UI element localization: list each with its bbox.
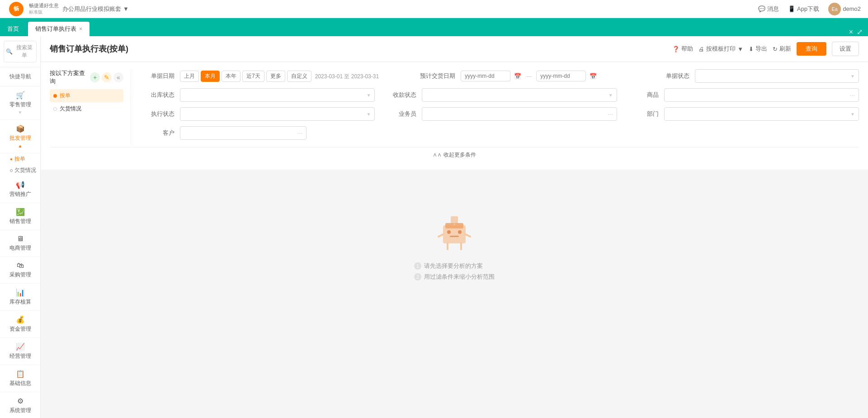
message-icon: 💬	[758, 5, 765, 12]
sidebar-item-inventory[interactable]: 📊 库存核算	[0, 284, 40, 311]
print-arrow-icon: ▼	[737, 46, 743, 52]
sub-credit[interactable]: 欠货情况	[0, 165, 40, 176]
tab-bar: 首页 销售订单执行表 × × ⤢	[0, 18, 868, 36]
export-icon: ⬇	[749, 46, 754, 52]
scheme-credit[interactable]: 欠货情况	[50, 102, 123, 115]
date-this-year[interactable]: 本年	[222, 71, 241, 82]
filter-row-3: 执行状态 ▼ 业务员 ··· 部门 ▼	[138, 107, 859, 121]
sidebar-item-wholesale[interactable]: 📦 批发管理 ▲	[0, 120, 40, 153]
help-button[interactable]: ❓ 帮助	[672, 45, 693, 53]
top-header: 畅 畅捷通好生意 标准版 办公用品行业模拟账套 ▼ 💬 消息 📱 App下载 E…	[0, 0, 868, 18]
user-profile[interactable]: Ea demo2	[828, 3, 861, 15]
collapse-up-icon: ∧∧	[433, 152, 442, 158]
collapse-bar[interactable]: ∧∧ 收起更多条件	[50, 147, 859, 162]
avatar: Ea	[828, 3, 841, 15]
order-dot: ●	[10, 157, 13, 162]
expected-date-label: 预计交货日期	[419, 72, 455, 80]
nav-selector[interactable]: 办公用品行业模拟账套 ▼	[62, 5, 129, 13]
tip-text-1: 请先选择要分析的方案	[424, 262, 483, 270]
sidebar-item-purchase[interactable]: 🛍 采购管理	[0, 257, 40, 284]
goods-select[interactable]: ···	[664, 88, 859, 102]
sidebar-search: 🔍 搜索菜单	[0, 36, 40, 67]
tab-active[interactable]: 销售订单执行表 ×	[28, 22, 90, 36]
refresh-icon: ↻	[773, 46, 778, 52]
customer-select[interactable]: ···	[180, 126, 307, 140]
svg-line-5	[439, 234, 443, 237]
nav-arrow-icon: ▼	[123, 5, 129, 12]
status-select[interactable]: ▼	[695, 69, 859, 83]
date-this-month[interactable]: 本月	[201, 71, 220, 82]
sidebar-item-wholesale-label: 批发管理	[9, 134, 31, 142]
customer-dots-icon[interactable]: ···	[297, 129, 302, 137]
ship-status-select[interactable]: ▼	[180, 88, 375, 102]
header-left: 畅 畅捷通好生意 标准版 办公用品行业模拟账套 ▼	[7, 0, 129, 18]
window-close-icon[interactable]: ×	[849, 28, 853, 36]
tab-close-icon[interactable]: ×	[79, 26, 82, 32]
tip-num-1: 1	[414, 262, 421, 270]
expected-date-from[interactable]	[461, 71, 510, 81]
search-menu-label: 搜索菜单	[14, 44, 34, 59]
dept-select[interactable]: ▼	[664, 107, 859, 121]
exec-status-select[interactable]: ▼	[180, 107, 375, 121]
sidebar-item-operation-label: 经营管理	[9, 352, 31, 360]
date-calendar-from-icon: 📅	[514, 73, 521, 80]
expected-date-control: 📅 — 📅	[461, 71, 648, 81]
quick-nav-button[interactable]: 快捷导航	[6, 71, 35, 82]
sidebar-item-sales[interactable]: 💹 销售管理	[0, 203, 40, 230]
sidebar-item-system[interactable]: ⚙ 系统管理	[0, 392, 40, 418]
refresh-button[interactable]: ↻ 刷新	[773, 45, 791, 53]
print-button[interactable]: 🖨 按模板打印 ▼	[698, 45, 743, 53]
sidebar-item-basic[interactable]: 📋 基础信息	[0, 365, 40, 392]
scheme-order-label: 按单	[60, 92, 71, 100]
sidebar-item-ecommerce-label: 电商管理	[9, 244, 31, 252]
scheme-order[interactable]: 按单	[50, 89, 123, 102]
message-button[interactable]: 💬 消息	[758, 5, 779, 13]
scheme-add-button[interactable]: +	[90, 72, 100, 82]
date-label: 单据日期	[138, 72, 175, 80]
main-area: 🔍 搜索菜单 快捷导航 🛒 零售管理 ▼ 📦 批发管理 ▲ ● 按单 欠货情况	[0, 36, 868, 418]
tab-home[interactable]: 首页	[0, 22, 26, 36]
purchase-icon: 🛍	[17, 261, 24, 270]
date-custom[interactable]: 自定义	[287, 71, 311, 82]
payment-status-select[interactable]: ▼	[422, 88, 617, 102]
message-label: 消息	[767, 5, 779, 13]
sidebar-item-marketing[interactable]: 📢 营销推广	[0, 176, 40, 203]
exec-status-arrow-icon: ▼	[366, 112, 371, 117]
ship-status-label: 出库状态	[138, 91, 175, 99]
sub-order[interactable]: ● 按单	[0, 153, 40, 165]
settings-button[interactable]: 设置	[832, 42, 859, 56]
operation-icon: 📈	[16, 342, 25, 351]
salesperson-dots-icon[interactable]: ···	[608, 110, 613, 118]
app-download-button[interactable]: 📱 App下载	[788, 5, 819, 13]
collapse-icon: «	[117, 74, 120, 81]
filter-controls: 单据日期 上月 本月 本年 近7天 更多 自定义 2023-	[138, 69, 859, 145]
empty-tips: 1 请先选择要分析的方案 2 用过滤条件来缩小分析范围	[414, 262, 495, 281]
scheme-title-text: 按以下方案查询	[50, 69, 90, 86]
expected-date-to[interactable]	[536, 71, 586, 81]
sidebar-item-sales-label: 销售管理	[9, 218, 31, 225]
goods-dots-icon[interactable]: ···	[849, 91, 855, 99]
salesperson-select[interactable]: ···	[422, 107, 617, 121]
sidebar-item-operation[interactable]: 📈 经营管理	[0, 338, 40, 365]
sidebar-item-ecommerce[interactable]: 🖥 电商管理	[0, 230, 40, 257]
logo-abbr: 畅	[14, 5, 19, 13]
export-button[interactable]: ⬇ 导出	[749, 45, 767, 53]
exec-status-label: 执行状态	[138, 110, 175, 118]
date-more[interactable]: 更多	[266, 71, 285, 82]
payment-status-label: 收款状态	[380, 91, 416, 99]
scheme-edit-button[interactable]: ✎	[102, 72, 112, 82]
scheme-collapse-button[interactable]: «	[113, 72, 123, 82]
sidebar-item-finance[interactable]: 💰 资金管理	[0, 311, 40, 338]
empty-tip-2: 2 用过滤条件来缩小分析范围	[414, 273, 495, 281]
filter-row-2: 出库状态 ▼ 收款状态 ▼ 商品 ···	[138, 88, 859, 102]
nav-label: 办公用品行业模拟账套	[62, 5, 121, 13]
sidebar-item-retail[interactable]: 🛒 零售管理 ▼	[0, 86, 40, 120]
page-title: 销售订单执行表(按单)	[50, 43, 128, 54]
query-button[interactable]: 查询	[797, 42, 826, 56]
marketing-icon: 📢	[16, 180, 25, 189]
date-last-month[interactable]: 上月	[180, 71, 199, 82]
payment-status-arrow-icon: ▼	[609, 93, 613, 98]
date-7days[interactable]: 近7天	[242, 71, 264, 82]
window-expand-icon[interactable]: ⤢	[857, 28, 863, 36]
search-menu-button[interactable]: 🔍 搜索菜单	[4, 41, 37, 62]
